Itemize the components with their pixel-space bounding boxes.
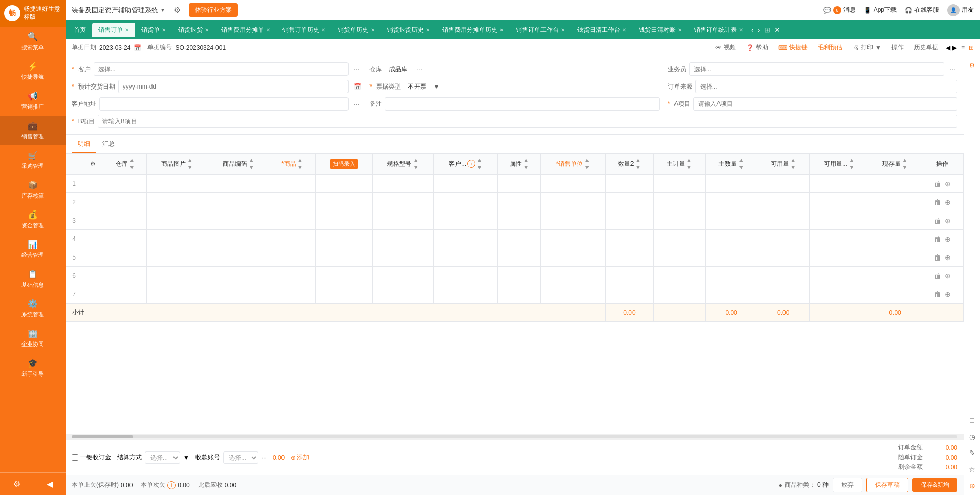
row-main-unit[interactable] xyxy=(654,193,706,211)
row-product-image[interactable] xyxy=(146,175,208,193)
col-warehouse-header[interactable]: 仓库▲▼ xyxy=(104,154,146,175)
tab-sales-order[interactable]: 销售订单 ✕ xyxy=(92,23,135,37)
industry-solution-button[interactable]: 体验行业方案 xyxy=(189,3,238,17)
row-customer-code[interactable] xyxy=(433,211,498,230)
calendar-icon[interactable]: 📅 xyxy=(354,83,361,90)
prev-record-icon[interactable]: ◀ xyxy=(946,44,950,51)
tab-stats[interactable]: 销售订单统计表 ✕ xyxy=(688,23,749,37)
add-payment-btn[interactable]: ⊕ 添加 xyxy=(291,453,309,462)
row-main-unit[interactable] xyxy=(654,175,706,193)
address-input[interactable] xyxy=(99,97,349,111)
row-warehouse[interactable] xyxy=(104,211,146,230)
delete-row-btn[interactable]: 🗑 xyxy=(933,253,942,262)
tab-close-icon[interactable]: ✕ xyxy=(561,27,565,33)
system-title-dropdown[interactable]: 装备及固定资产辅助管理系统 ▼ xyxy=(72,6,165,15)
row-spec[interactable] xyxy=(372,211,433,230)
salesperson-input[interactable] xyxy=(689,62,945,76)
grid-view-icon[interactable]: ⊞ xyxy=(969,44,974,51)
row-product-code[interactable] xyxy=(208,211,269,230)
row-qty2[interactable] xyxy=(605,193,654,211)
profit-btn[interactable]: 毛利预估 xyxy=(815,42,845,53)
tab-order-history[interactable]: 销售订单历史 ✕ xyxy=(276,23,332,37)
row-warehouse[interactable] xyxy=(104,193,146,211)
tab-close-icon[interactable]: ✕ xyxy=(371,27,375,33)
tab-detail[interactable]: 明细 xyxy=(72,137,96,153)
right-panel-add-logistics-btn[interactable]: + xyxy=(965,77,979,92)
sidebar-item-quick-nav[interactable]: ⚡ 快捷导航 xyxy=(0,56,66,86)
row-product-code[interactable] xyxy=(208,175,269,193)
scan-input-btn[interactable]: 扫码录入 xyxy=(330,159,358,169)
tab-reconcile[interactable]: 钱货日清对账 ✕ xyxy=(633,23,688,37)
copy-row-btn[interactable]: ⊕ xyxy=(944,290,952,298)
horizontal-scrollbar[interactable] xyxy=(66,434,964,440)
row-product-image[interactable] xyxy=(146,211,208,230)
warehouse-more-btn[interactable]: ··· xyxy=(415,65,425,73)
delete-row-btn[interactable]: 🗑 xyxy=(933,272,942,280)
view-btn[interactable]: 👁 视频 xyxy=(712,42,739,53)
col-product-image-header[interactable]: 商品图片▲▼ xyxy=(146,154,208,175)
col-spec-header[interactable]: 规格型号▲▼ xyxy=(372,154,433,175)
col-product-header[interactable]: *商品▲▼ xyxy=(269,154,315,175)
topbar-settings-icon[interactable]: ⚙ xyxy=(173,5,181,15)
row-current-qty[interactable] xyxy=(869,175,921,193)
delete-row-btn[interactable]: 🗑 xyxy=(933,235,942,243)
address-more-btn[interactable]: ··· xyxy=(352,100,362,108)
history-btn[interactable]: 历史单据 xyxy=(911,42,942,53)
copy-row-btn[interactable]: ⊕ xyxy=(944,253,952,262)
row-available-qty[interactable] xyxy=(757,193,810,211)
order-source-input[interactable] xyxy=(695,80,957,93)
save-new-button[interactable]: 保存&新增 xyxy=(912,478,957,492)
row-available-qty[interactable] xyxy=(757,211,810,230)
copy-row-btn[interactable]: ⊕ xyxy=(944,198,952,206)
col-settings-header[interactable]: ⚙ xyxy=(82,154,104,175)
col-product-code-header[interactable]: 商品编码▲▼ xyxy=(208,154,269,175)
sidebar-item-sales[interactable]: 💼 销售管理 xyxy=(0,116,66,145)
notification-item[interactable]: 💬 6 消息 xyxy=(823,6,856,14)
copy-row-btn[interactable]: ⊕ xyxy=(944,180,952,188)
row-customer-code[interactable] xyxy=(433,193,498,211)
discard-button[interactable]: 放弃 xyxy=(833,478,862,492)
row-available-qty2[interactable] xyxy=(809,175,869,193)
sidebar-item-guide[interactable]: 🎓 新手引导 xyxy=(0,353,66,383)
tab-close-icon[interactable]: ✕ xyxy=(622,27,626,33)
row-product[interactable] xyxy=(269,175,315,193)
right-panel-settings-btn[interactable]: ⚙ xyxy=(965,58,979,73)
row-spec[interactable] xyxy=(372,175,433,193)
row-available-qty2[interactable] xyxy=(809,211,869,230)
sidebar-item-inventory[interactable]: 📦 库存核算 xyxy=(0,175,66,205)
right-panel-icon3[interactable]: ✎ xyxy=(965,446,979,460)
payment-method-select[interactable]: 选择... xyxy=(145,451,180,464)
save-draft-button[interactable]: 保存草稿 xyxy=(866,478,908,492)
scroll-thumb[interactable] xyxy=(72,435,133,438)
tab-return-history[interactable]: 销货单历史 ✕ xyxy=(332,23,381,37)
row-sales-unit[interactable] xyxy=(540,175,605,193)
row-available-qty[interactable] xyxy=(757,175,810,193)
right-panel-icon1[interactable]: □ xyxy=(965,413,979,427)
tab-close-icon[interactable]: ✕ xyxy=(426,27,430,33)
row-product-image[interactable] xyxy=(146,193,208,211)
tab-order-workbench[interactable]: 销售订单工作台 ✕ xyxy=(510,23,571,37)
tab-sales-expense[interactable]: 销售费用分摊单 ✕ xyxy=(215,23,276,37)
row-sales-unit[interactable] xyxy=(540,193,605,211)
row-main-qty[interactable] xyxy=(705,193,757,211)
one-click-checkbox-input[interactable] xyxy=(72,454,78,461)
sidebar-item-enterprise[interactable]: 🏢 企业协同 xyxy=(0,324,66,353)
app-download-item[interactable]: 📱 App下载 xyxy=(864,6,897,14)
customer-input[interactable] xyxy=(94,62,349,76)
tab-expand-btn[interactable]: ⊞ xyxy=(762,26,772,34)
a-project-input[interactable] xyxy=(693,97,957,111)
list-view-icon[interactable]: ≡ xyxy=(961,44,965,51)
row-attribute[interactable] xyxy=(498,175,540,193)
tab-summary[interactable]: 汇总 xyxy=(96,137,121,153)
row-sales-unit[interactable] xyxy=(540,211,605,230)
print-btn[interactable]: 🖨 打印 ▼ xyxy=(850,42,884,53)
tab-close-icon[interactable]: ✕ xyxy=(678,27,682,33)
row-product-code[interactable] xyxy=(208,193,269,211)
remarks-input[interactable] xyxy=(385,97,659,111)
online-service-item[interactable]: 🎧 在线客服 xyxy=(905,6,939,14)
account-more-btn[interactable]: ··· xyxy=(262,454,267,461)
tab-next-btn[interactable]: › xyxy=(756,26,763,34)
right-panel-icon5[interactable]: ⊕ xyxy=(965,479,979,493)
row-attribute[interactable] xyxy=(498,193,540,211)
user-menu[interactable]: 👤 用友 xyxy=(947,4,974,16)
